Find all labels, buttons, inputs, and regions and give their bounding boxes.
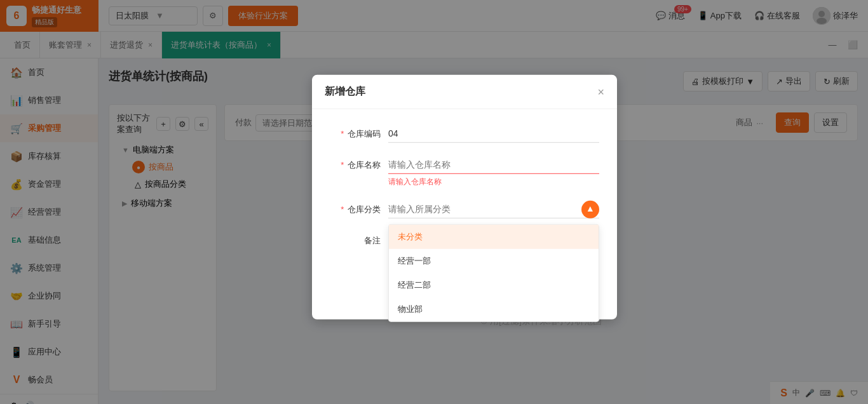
form-label-remark: 备注 xyxy=(330,231,381,246)
category-input[interactable] xyxy=(388,200,599,219)
required-star-code: * xyxy=(341,129,344,138)
required-star-category: * xyxy=(341,205,344,214)
modal-body: * 仓库编码 * 仓库名称 请输入仓库名称 * 仓库分类 xyxy=(312,109,617,278)
form-row-name: * 仓库名称 请输入仓库名称 xyxy=(330,156,599,187)
form-control-code xyxy=(388,125,599,143)
warehouse-code-input[interactable] xyxy=(388,125,599,143)
modal-header: 新增仓库 × xyxy=(312,75,617,109)
modal-title: 新增仓库 xyxy=(325,85,365,98)
modal-new-warehouse: 新增仓库 × * 仓库编码 * 仓库名称 请输入仓库名称 xyxy=(312,75,617,320)
form-label-name: * 仓库名称 xyxy=(330,156,381,171)
warehouse-name-input[interactable] xyxy=(388,156,599,174)
dropdown-item-uncategorized[interactable]: 未分类 xyxy=(389,225,599,249)
form-row-code: * 仓库编码 xyxy=(330,125,599,143)
form-control-category: ▼ 未分类 经营一部 经营二部 物业部 xyxy=(388,200,599,219)
warehouse-name-error: 请输入仓库名称 xyxy=(388,177,599,187)
required-star-name: * xyxy=(341,160,344,170)
category-dropdown-list: 未分类 经营一部 经营二部 物业部 xyxy=(388,224,599,322)
form-row-category: * 仓库分类 ▼ 未分类 经营一部 经营二部 xyxy=(330,200,599,219)
dropdown-item-property[interactable]: 物业部 xyxy=(389,297,599,321)
modal-close-button[interactable]: × xyxy=(597,86,604,97)
form-label-category: * 仓库分类 xyxy=(330,200,381,215)
category-dropdown-toggle[interactable]: ▼ xyxy=(581,200,599,218)
form-label-code: * 仓库编码 xyxy=(330,125,381,140)
chevron-up-icon: ▼ xyxy=(586,204,595,214)
form-control-name: 请输入仓库名称 xyxy=(388,156,599,187)
dropdown-item-dept2[interactable]: 经营二部 xyxy=(389,273,599,297)
dropdown-item-dept1[interactable]: 经营一部 xyxy=(389,249,599,273)
